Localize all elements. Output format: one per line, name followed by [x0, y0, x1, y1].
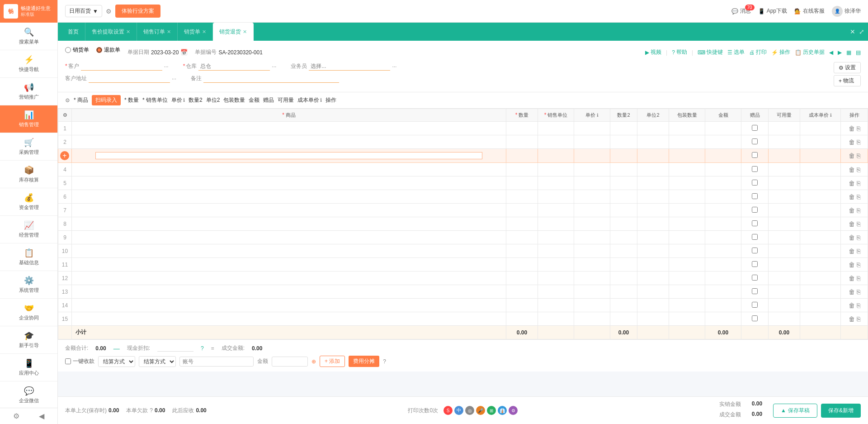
toolbar-prev[interactable]: ◀	[829, 49, 833, 56]
tool-icon-2[interactable]: 中	[454, 406, 463, 415]
cost-cell-2[interactable]	[800, 135, 841, 149]
discount-input[interactable]	[157, 345, 193, 352]
unit2-cell-4[interactable]	[637, 163, 669, 176]
unit-cell-11[interactable]	[538, 258, 574, 272]
copy-row-14[interactable]: ⎘	[857, 302, 860, 309]
unit2-cell-1[interactable]	[637, 122, 669, 135]
toolbar-operate[interactable]: ⚡ 操作	[771, 48, 790, 56]
amount-cell-5[interactable]	[705, 176, 741, 190]
sidebar-item-marketing[interactable]: 📢营销推广	[0, 78, 57, 105]
gift-check-10[interactable]	[752, 248, 758, 253]
unit-cell-15[interactable]	[538, 312, 574, 326]
qty2-cell-12[interactable]	[610, 272, 637, 285]
tool-icon-5[interactable]: ⊞	[487, 406, 496, 415]
price-cell-10[interactable]	[574, 244, 610, 258]
unit2-cell-8[interactable]	[637, 217, 669, 231]
remark-input[interactable]	[203, 74, 339, 83]
pack-cell-8[interactable]	[669, 217, 705, 231]
sidebar-item-shortcut[interactable]: ⚡快捷导航	[0, 50, 57, 78]
address-dots[interactable]: ···	[172, 76, 176, 82]
avail-cell-1[interactable]	[769, 122, 800, 135]
gift-cell-7[interactable]	[741, 204, 769, 217]
gift-cell-11[interactable]	[741, 258, 769, 272]
delete-row-3[interactable]: 🗑	[849, 152, 855, 159]
cost-cell-13[interactable]	[800, 285, 841, 299]
product-cell-9[interactable]	[72, 231, 506, 244]
unit-cell-8[interactable]	[538, 217, 574, 231]
sidebar-item-newbie[interactable]: 🎓新手引导	[0, 326, 57, 354]
unit-cell-6[interactable]	[538, 190, 574, 204]
gift-cell-14[interactable]	[741, 299, 769, 312]
pack-cell-2[interactable]	[669, 135, 705, 149]
unit-cell-13[interactable]	[538, 285, 574, 299]
customer-dots[interactable]: ···	[164, 63, 169, 70]
amount-cell-11[interactable]	[705, 258, 741, 272]
amount-cell-10[interactable]	[705, 244, 741, 258]
copy-row-4[interactable]: ⎘	[857, 166, 860, 173]
close-tab-icon[interactable]: ✕	[850, 28, 855, 35]
avail-cell-12[interactable]	[769, 272, 800, 285]
qty2-cell-10[interactable]	[610, 244, 637, 258]
save-draft-button[interactable]: ▲ 保存草稿	[773, 404, 817, 418]
scan-input-button[interactable]: 扫码录入	[92, 95, 121, 105]
qty2-cell-14[interactable]	[610, 299, 637, 312]
sidebar-item-inventory[interactable]: 📦库存核算	[0, 161, 57, 188]
qty2-cell-2[interactable]	[610, 135, 637, 149]
copy-row-5[interactable]: ⎘	[857, 180, 860, 187]
sidebar-item-system[interactable]: ⚙️系统管理	[0, 271, 57, 299]
gift-cell-8[interactable]	[741, 217, 769, 231]
header-gear-icon[interactable]: ⚙	[106, 8, 112, 15]
qty-cell-5[interactable]	[506, 176, 538, 190]
amount-cell-4[interactable]	[705, 163, 741, 176]
amount-cell-9[interactable]	[705, 231, 741, 244]
price-cell-7[interactable]	[574, 204, 610, 217]
add-row-button-3[interactable]: +	[60, 151, 69, 160]
gift-check-11[interactable]	[752, 261, 758, 267]
qty2-cell-5[interactable]	[610, 176, 637, 190]
product-cell-13[interactable]	[72, 285, 506, 299]
price-cell-12[interactable]	[574, 272, 610, 285]
salesperson-dots[interactable]: ···	[392, 63, 396, 70]
tab-sales-return[interactable]: 销货退货 ✕	[213, 23, 254, 41]
price-cell-2[interactable]	[574, 135, 610, 149]
tab-sales-ship[interactable]: 销货单 ✕	[178, 23, 213, 41]
gift-check-5[interactable]	[752, 180, 758, 186]
address-input[interactable]	[89, 74, 170, 83]
qty-cell-2[interactable]	[506, 135, 538, 149]
cost-cell-4[interactable]	[800, 163, 841, 176]
save-new-button[interactable]: 保存&新增	[821, 404, 861, 418]
pack-cell-4[interactable]	[669, 163, 705, 176]
qty2-cell-1[interactable]	[610, 122, 637, 135]
price-cell-15[interactable]	[574, 312, 610, 326]
delete-row-9[interactable]: 🗑	[849, 234, 855, 241]
salesperson-input[interactable]	[309, 62, 390, 71]
unit-cell-2[interactable]	[538, 135, 574, 149]
pack-cell-11[interactable]	[669, 258, 705, 272]
delete-row-11[interactable]: 🗑	[849, 261, 855, 268]
price-cell-14[interactable]	[574, 299, 610, 312]
account-select[interactable]: 结算方式	[139, 356, 176, 367]
cost-cell-6[interactable]	[800, 190, 841, 204]
delete-row-10[interactable]: 🗑	[849, 248, 855, 255]
delete-row-1[interactable]: 🗑	[849, 125, 855, 132]
sidebar-item-purchase[interactable]: 🛒采购管理	[0, 133, 57, 161]
amount-cell-1[interactable]	[705, 122, 741, 135]
amount-cell-15[interactable]	[705, 312, 741, 326]
unit-cell-3[interactable]	[538, 149, 574, 163]
gift-check-6[interactable]	[752, 193, 758, 199]
qty2-cell-6[interactable]	[610, 190, 637, 204]
gift-cell-10[interactable]	[741, 244, 769, 258]
toolbar-select[interactable]: ☰ 选单	[727, 48, 745, 56]
delete-row-12[interactable]: 🗑	[849, 275, 855, 282]
avail-cell-6[interactable]	[769, 190, 800, 204]
delete-row-14[interactable]: 🗑	[849, 302, 855, 309]
qty2-cell-4[interactable]	[610, 163, 637, 176]
logistics-button[interactable]: + 物流	[834, 75, 861, 86]
avail-cell-4[interactable]	[769, 163, 800, 176]
unit2-cell-7[interactable]	[637, 204, 669, 217]
price-cell-3[interactable]	[574, 149, 610, 163]
gift-check-7[interactable]	[752, 207, 758, 213]
avail-cell-7[interactable]	[769, 204, 800, 217]
cost-cell-11[interactable]	[800, 258, 841, 272]
delete-row-7[interactable]: 🗑	[849, 207, 855, 214]
